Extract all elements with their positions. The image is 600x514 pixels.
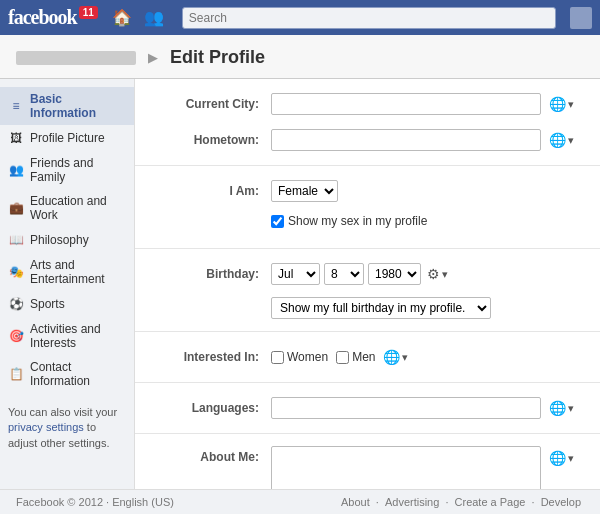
friends-icon[interactable]: 👥 — [140, 6, 168, 29]
women-checkbox[interactable] — [271, 351, 284, 364]
sidebar-item-arts-entertainment[interactable]: 🎭 Arts and Entertainment — [0, 253, 134, 291]
footer-links: About · Advertising · Create a Page · De… — [338, 496, 584, 508]
hometown-input[interactable] — [271, 129, 541, 151]
book-icon: 📖 — [8, 232, 24, 248]
gender-select[interactable]: Female Male — [271, 180, 338, 202]
sidebar-item-sports[interactable]: ⚽ Sports — [0, 291, 134, 317]
bday-month-select[interactable]: JanFebMar AprMayJun JulAugSep OctNovDec — [271, 263, 320, 285]
profile-name-blurred — [16, 51, 136, 65]
interested-in-section: Interested In: Women Men 🌐 ▾ — [135, 332, 600, 383]
notification-badge[interactable]: 11 — [79, 6, 98, 19]
page-wrapper: ▶ Edit Profile ≡ Basic Information 🖼 Pro… — [0, 35, 600, 514]
birthday-section: Birthday: JanFebMar AprMayJun JulAugSep … — [135, 249, 600, 332]
privacy-settings-link[interactable]: privacy settings — [8, 421, 84, 433]
privacy-note: You can also visit your privacy settings… — [0, 397, 134, 459]
languages-label: Languages: — [151, 401, 271, 415]
sidebar-item-friends-family[interactable]: 👥 Friends and Family — [0, 151, 134, 189]
birthday-privacy[interactable]: ⚙ ▾ — [427, 266, 448, 282]
facebook-logo: facebook — [8, 6, 77, 29]
sidebar-item-basic-information[interactable]: ≡ Basic Information — [0, 87, 134, 125]
sports-icon: ⚽ — [8, 296, 24, 312]
edit-form-area: Current City: 🌐 ▾ Hometown: 🌐 ▾ — [135, 79, 600, 489]
gender-section: I Am: Female Male Show my sex in my prof… — [135, 166, 600, 249]
sidebar-label-contact-information: Contact Information — [30, 360, 126, 388]
location-section: Current City: 🌐 ▾ Hometown: 🌐 ▾ — [135, 79, 600, 166]
sidebar-item-education-work[interactable]: 💼 Education and Work — [0, 189, 134, 227]
i-am-row: I Am: Female Male — [151, 178, 584, 204]
show-sex-row: Show my sex in my profile — [271, 214, 584, 228]
birthday-selects: JanFebMar AprMayJun JulAugSep OctNovDec … — [271, 263, 421, 285]
women-option[interactable]: Women — [271, 350, 328, 364]
interested-privacy-arrow: ▾ — [402, 351, 408, 364]
briefcase-icon: 💼 — [8, 200, 24, 216]
bday-visibility-row: Show my full birthday in my profile. Sho… — [271, 297, 584, 319]
about-me-textarea[interactable] — [271, 446, 541, 489]
current-city-row: Current City: 🌐 ▾ — [151, 91, 584, 117]
privacy-arrow-2: ▾ — [568, 134, 574, 147]
men-label: Men — [352, 350, 375, 364]
sidebar-item-activities-interests[interactable]: 🎯 Activities and Interests — [0, 317, 134, 355]
search-input[interactable] — [182, 7, 556, 29]
about-me-globe-icon: 🌐 — [549, 450, 566, 466]
women-label: Women — [287, 350, 328, 364]
image-icon: 🖼 — [8, 130, 24, 146]
sidebar-label-profile-picture: Profile Picture — [30, 131, 105, 145]
show-sex-checkbox[interactable] — [271, 215, 284, 228]
breadcrumb-arrow: ▶ — [148, 50, 158, 65]
footer-link-create-page[interactable]: Create a Page — [455, 496, 526, 508]
languages-privacy[interactable]: 🌐 ▾ — [549, 400, 574, 416]
men-checkbox[interactable] — [336, 351, 349, 364]
sidebar-label-basic-information: Basic Information — [30, 92, 126, 120]
page-title: Edit Profile — [170, 47, 265, 68]
bday-day-select[interactable]: 123 456 789 10 — [324, 263, 364, 285]
interested-options: Women Men — [271, 350, 375, 364]
home-icon[interactable]: 🏠 — [108, 6, 136, 29]
topbar: facebook 11 🏠 👥 — [0, 0, 600, 35]
languages-section: Languages: 🌐 ▾ — [135, 383, 600, 434]
languages-input[interactable] — [271, 397, 541, 419]
footer-link-about[interactable]: About — [341, 496, 370, 508]
hometown-privacy[interactable]: 🌐 ▾ — [549, 132, 574, 148]
sidebar-label-activities-interests: Activities and Interests — [30, 322, 126, 350]
interested-in-privacy[interactable]: 🌐 ▾ — [383, 349, 408, 365]
privacy-arrow: ▾ — [568, 98, 574, 111]
interested-in-row: Interested In: Women Men 🌐 ▾ — [151, 344, 584, 370]
sidebar-label-sports: Sports — [30, 297, 65, 311]
list-icon: ≡ — [8, 98, 24, 114]
user-avatar[interactable] — [570, 7, 592, 29]
footer-link-advertising[interactable]: Advertising — [385, 496, 439, 508]
current-city-input[interactable] — [271, 93, 541, 115]
current-city-privacy[interactable]: 🌐 ▾ — [549, 96, 574, 112]
sidebar-item-profile-picture[interactable]: 🖼 Profile Picture — [0, 125, 134, 151]
footer: Facebook © 2012 · English (US) About · A… — [0, 489, 600, 514]
birthday-row: Birthday: JanFebMar AprMayJun JulAugSep … — [151, 261, 584, 287]
hometown-row: Hometown: 🌐 ▾ — [151, 127, 584, 153]
languages-row: Languages: 🌐 ▾ — [151, 395, 584, 421]
search-bar — [182, 7, 556, 29]
people-icon: 👥 — [8, 162, 24, 178]
topbar-right — [570, 7, 592, 29]
contact-icon: 📋 — [8, 366, 24, 382]
sidebar-label-philosophy: Philosophy — [30, 233, 89, 247]
hometown-label: Hometown: — [151, 133, 271, 147]
about-me-privacy[interactable]: 🌐 ▾ — [549, 450, 574, 466]
globe-icon: 🌐 — [549, 96, 566, 112]
sidebar-item-philosophy[interactable]: 📖 Philosophy — [0, 227, 134, 253]
sidebar-label-arts-entertainment: Arts and Entertainment — [30, 258, 126, 286]
interested-in-label: Interested In: — [151, 350, 271, 364]
about-me-row: About Me: 🌐 ▾ — [151, 446, 584, 489]
bday-year-select[interactable]: 198019811982 — [368, 263, 421, 285]
nav-icons: 🏠 👥 — [108, 6, 168, 29]
men-option[interactable]: Men — [336, 350, 375, 364]
about-me-label: About Me: — [151, 446, 271, 464]
footer-copyright: Facebook © 2012 · English (US) — [16, 496, 174, 508]
bday-visibility-select[interactable]: Show my full birthday in my profile. Sho… — [271, 297, 491, 319]
sidebar-item-contact-information[interactable]: 📋 Contact Information — [0, 355, 134, 393]
languages-globe-icon: 🌐 — [549, 400, 566, 416]
sidebar: ≡ Basic Information 🖼 Profile Picture 👥 … — [0, 79, 135, 489]
footer-link-develop[interactable]: Develop — [541, 496, 581, 508]
birthday-privacy-arrow: ▾ — [442, 268, 448, 281]
main-content: ≡ Basic Information 🖼 Profile Picture 👥 … — [0, 79, 600, 489]
show-sex-label: Show my sex in my profile — [288, 214, 427, 228]
profile-header: ▶ Edit Profile — [0, 35, 600, 79]
